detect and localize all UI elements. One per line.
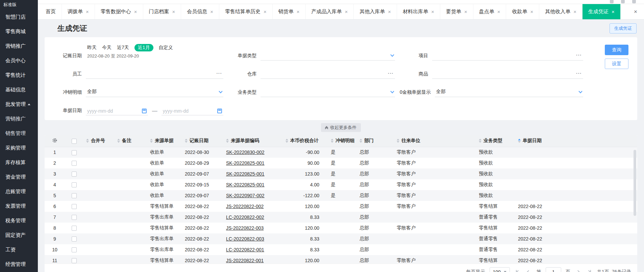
table-row[interactable]: 1收款单2022-08-30SK-20220830-002-90.00是总部零散… <box>45 147 637 158</box>
tab-材料出库单[interactable]: 材料出库单× <box>397 4 440 19</box>
per-page-select[interactable]: 100 <box>490 267 510 272</box>
table-row[interactable]: 9零售出库单2022-08-22LC-20220822-0038.33总部普通零… <box>45 233 637 244</box>
doc-date-to-input[interactable] <box>163 108 200 114</box>
tab-盘点单[interactable]: 盘点单× <box>473 4 506 19</box>
row-checkbox[interactable] <box>72 193 77 198</box>
tab-会员信息[interactable]: 会员信息× <box>181 4 219 19</box>
column-header-单据日期[interactable]: 单据日期 <box>515 135 637 147</box>
sidebar-item-销售管理[interactable]: 销售管理 <box>0 126 38 141</box>
column-header-来源单据[interactable]: 来源单据 <box>147 135 182 147</box>
close-tab-icon[interactable]: × <box>464 9 467 14</box>
quick-option-昨天[interactable]: 昨天 <box>87 45 97 51</box>
row-checkbox[interactable] <box>72 204 77 209</box>
tab-产成品入库单[interactable]: 产成品入库单× <box>306 4 354 19</box>
column-header-来源单据编码[interactable]: 来源单据编码 <box>223 135 283 147</box>
sidebar-item-零售统计[interactable]: 零售统计 <box>0 68 38 83</box>
source-doc-link[interactable]: JS-20220822-002 <box>226 204 264 209</box>
close-tab-icon[interactable]: × <box>210 9 213 14</box>
table-row[interactable]: 11零售结算单2022-08-22JS-20220822-001120.00总部… <box>45 255 637 264</box>
sidebar-item-工资[interactable]: 工资 <box>0 243 38 257</box>
sidebar-item-采购管理[interactable]: 采购管理 <box>0 141 38 155</box>
sort-icon[interactable] <box>479 139 481 143</box>
sidebar-item-批发管理[interactable]: 批发管理 <box>0 97 38 112</box>
row-checkbox[interactable] <box>72 236 77 242</box>
sort-icon[interactable] <box>331 139 333 143</box>
quick-option-近7天[interactable]: 近7天 <box>117 45 129 51</box>
sort-icon[interactable] <box>360 139 362 143</box>
source-doc-link[interactable]: SK-20220825-001 <box>226 171 265 177</box>
table-row[interactable]: 7零售出库单2022-08-22LC-20220822-0028.33总部普通零… <box>45 212 637 223</box>
close-all-tabs-icon[interactable]: × <box>627 4 644 19</box>
tab-收款单[interactable]: 收款单× <box>506 4 539 19</box>
employee-picker[interactable]: ··· <box>86 70 223 79</box>
tab-门店档案[interactable]: 门店档案× <box>143 4 181 19</box>
sort-icon[interactable] <box>397 139 399 143</box>
table-row[interactable]: 8零售结算单2022-08-22JS-20220822-003120.00总部零… <box>45 223 637 233</box>
generate-voucher-button[interactable]: 生成凭证 <box>610 23 637 33</box>
close-tab-icon[interactable]: × <box>172 9 175 14</box>
tab-其他收入单[interactable]: 其他收入单× <box>539 4 583 19</box>
select-all-header[interactable] <box>65 135 83 147</box>
sidebar-item-营销推广[interactable]: 营销推广 <box>0 112 38 126</box>
tab-零售结算单历史[interactable]: 零售结算单历史× <box>219 4 273 19</box>
column-header-往来单位[interactable]: 往来单位 <box>394 135 476 147</box>
source-doc-link[interactable]: LC-20220822-001 <box>226 247 264 252</box>
project-picker[interactable]: ··· <box>432 51 583 61</box>
prev-page-button[interactable] <box>525 269 532 272</box>
quick-option-近1月[interactable]: 近1月 <box>134 44 153 51</box>
row-checkbox[interactable] <box>72 215 77 220</box>
column-header-备注[interactable]: 备注 <box>115 135 147 147</box>
goods-picker[interactable]: ··· <box>432 70 583 79</box>
sort-icon[interactable] <box>185 139 188 143</box>
sidebar-item-固定资产[interactable]: 固定资产 <box>0 228 38 243</box>
row-checkbox[interactable] <box>72 161 77 166</box>
sort-icon[interactable] <box>286 139 288 143</box>
close-tab-icon[interactable]: × <box>86 9 89 14</box>
close-tab-icon[interactable]: × <box>497 9 500 14</box>
close-tab-icon[interactable]: × <box>431 9 434 14</box>
sort-icon[interactable] <box>150 139 153 143</box>
close-tab-icon[interactable]: × <box>345 9 348 14</box>
row-checkbox[interactable] <box>72 258 77 263</box>
source-doc-link[interactable]: LC-20220822-003 <box>226 236 264 242</box>
settings-button[interactable]: 设置 <box>605 59 628 69</box>
last-page-button[interactable] <box>586 269 593 272</box>
row-checkbox[interactable] <box>72 172 77 177</box>
sidebar-item-发票管理[interactable]: 发票管理 <box>0 199 38 213</box>
column-header-部门[interactable]: 部门 <box>357 135 394 147</box>
close-tab-icon[interactable]: × <box>264 9 267 14</box>
bell-icon[interactable] <box>610 0 614 3</box>
doc-date-from-input[interactable] <box>87 108 124 114</box>
sort-icon[interactable] <box>226 139 229 143</box>
writeoff-select[interactable]: 全部 <box>86 88 223 97</box>
table-row[interactable]: 5收款单2022-09-07SK-20220907-002-122.00是总部零… <box>45 190 637 201</box>
sidebar-item-基础信息[interactable]: 基础信息 <box>0 83 38 97</box>
row-checkbox[interactable] <box>72 182 77 187</box>
vertical-scrollbar[interactable] <box>634 150 636 216</box>
first-page-button[interactable] <box>514 269 521 272</box>
source-doc-link[interactable]: SK-20220825-001 <box>226 182 265 187</box>
source-doc-link[interactable]: LC-20220822-002 <box>226 214 264 220</box>
tab-要货单[interactable]: 要货单× <box>440 4 473 19</box>
tab-首页[interactable]: 首页 <box>40 4 62 19</box>
doc-date-to[interactable] <box>162 108 224 115</box>
close-tab-icon[interactable]: × <box>297 9 300 14</box>
table-row[interactable]: 3收款单2022-09-07SK-20220825-001123.00是总部零散… <box>45 168 637 179</box>
source-doc-link[interactable]: SK-20220907-002 <box>226 193 265 198</box>
sidebar-item-智慧门店[interactable]: 智慧门店 <box>0 10 38 24</box>
calendar-icon[interactable] <box>217 109 222 113</box>
column-settings-header[interactable] <box>45 135 65 147</box>
warehouse-picker[interactable]: ··· <box>261 70 395 79</box>
page-number-input[interactable] <box>546 267 561 272</box>
sort-icon[interactable] <box>117 139 120 143</box>
column-header-合并号[interactable]: 合并号 <box>83 135 115 147</box>
source-doc-link[interactable]: SK-20220830-002 <box>226 150 265 155</box>
table-row[interactable]: 6零售结算单2022-08-22JS-20220822-002120.00总部零… <box>45 201 637 212</box>
sort-icon[interactable] <box>518 139 521 143</box>
row-checkbox[interactable] <box>72 150 77 155</box>
calendar-icon[interactable] <box>142 109 147 113</box>
sidebar-item-税务管理[interactable]: 税务管理 <box>0 213 38 228</box>
sidebar-item-零售商城[interactable]: 零售商城 <box>0 24 38 39</box>
help-icon[interactable] <box>621 0 625 3</box>
close-tab-icon[interactable]: × <box>134 9 137 14</box>
